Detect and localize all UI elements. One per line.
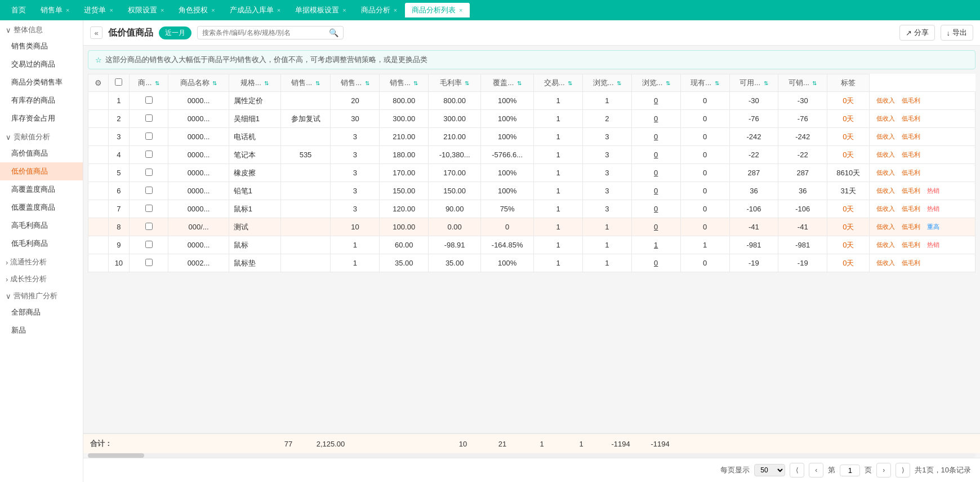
- sidebar-item-low-margin[interactable]: 低毛利商品: [0, 235, 83, 253]
- col-browse2[interactable]: 浏览... ⇅: [631, 74, 680, 92]
- sidebar-item-category-sales-rate[interactable]: 商品分类销售率: [0, 73, 83, 91]
- nav-close-product-analysis[interactable]: ×: [394, 7, 397, 14]
- share-button[interactable]: ↗ 分享: [899, 25, 935, 41]
- collapse-sidebar-button[interactable]: «: [90, 26, 103, 39]
- col-s3[interactable]: 销售... ⇅: [380, 74, 429, 92]
- row-checkbox-cell[interactable]: [130, 146, 168, 164]
- nav-inventory[interactable]: 产成品入库单 ×: [223, 3, 287, 17]
- nav-home[interactable]: 首页: [5, 3, 33, 17]
- col-trade[interactable]: 交易... ⇅: [534, 74, 583, 92]
- browse-link[interactable]: 0: [654, 96, 658, 105]
- row-browse1[interactable]: 0: [631, 164, 680, 182]
- row-select-checkbox[interactable]: [145, 241, 153, 248]
- nav-product-analysis[interactable]: 商品分析 ×: [354, 3, 404, 17]
- col-code[interactable]: 商... ⇅: [130, 74, 168, 92]
- sidebar-item-traded-products[interactable]: 交易过的商品: [0, 55, 83, 73]
- browse-link[interactable]: 1: [654, 241, 658, 249]
- select-all-checkbox[interactable]: [115, 78, 122, 86]
- settings-icon[interactable]: ⚙: [95, 78, 102, 87]
- scrollbar-thumb[interactable]: [88, 453, 144, 458]
- row-select-checkbox[interactable]: [145, 205, 153, 212]
- sidebar-item-sales-products[interactable]: 销售类商品: [0, 37, 83, 55]
- row-checkbox-cell[interactable]: [130, 110, 168, 128]
- row-checkbox-cell[interactable]: [130, 92, 168, 110]
- nav-product-analysis-list[interactable]: 商品分析列表 ×: [405, 3, 469, 17]
- sidebar-group-liquidity[interactable]: › 流通性分析: [0, 253, 83, 269]
- nav-close-sales[interactable]: ×: [66, 7, 69, 14]
- page-number-input[interactable]: [840, 465, 860, 476]
- sidebar-item-low-coverage[interactable]: 低覆盖度商品: [0, 198, 83, 216]
- nav-template[interactable]: 单据模板设置 ×: [288, 3, 353, 17]
- row-checkbox-cell[interactable]: [130, 200, 168, 218]
- row-select-checkbox[interactable]: [145, 187, 153, 194]
- sidebar-item-new-products[interactable]: 新品: [0, 321, 83, 339]
- row-select-checkbox[interactable]: [145, 223, 153, 230]
- col-rate[interactable]: 毛利率 ⇅: [429, 74, 481, 92]
- filter-recent-month-button[interactable]: 近一月: [159, 26, 191, 39]
- col-tags[interactable]: 标签: [827, 74, 870, 92]
- browse-link[interactable]: 0: [654, 259, 658, 267]
- row-select-checkbox[interactable]: [145, 169, 153, 176]
- sidebar-group-overall[interactable]: ∨ 整体信息: [0, 20, 83, 37]
- nav-close-product-analysis-list[interactable]: ×: [459, 7, 462, 14]
- nav-close-inventory[interactable]: ×: [277, 7, 280, 14]
- row-select-checkbox[interactable]: [145, 114, 153, 122]
- row-browse1[interactable]: 0: [631, 218, 680, 236]
- row-checkbox-cell[interactable]: [130, 128, 168, 146]
- browse-link[interactable]: 0: [654, 205, 658, 213]
- col-stock1[interactable]: 现有... ⇅: [680, 74, 729, 92]
- nav-close-purchase[interactable]: ×: [109, 7, 113, 14]
- row-browse1[interactable]: 0: [631, 110, 680, 128]
- row-checkbox-cell[interactable]: [130, 218, 168, 236]
- sidebar-group-marketing[interactable]: ∨ 营销推广分析: [0, 286, 83, 303]
- table-container[interactable]: ⚙ 商... ⇅ 商品名称 ⇅ 规格... ⇅ 销售... ⇅ 销售... ⇅ …: [88, 74, 975, 433]
- row-browse1[interactable]: 0: [631, 128, 680, 146]
- row-select-checkbox[interactable]: [145, 259, 153, 266]
- export-button[interactable]: ↓ 导出: [941, 25, 974, 41]
- sidebar-item-high-margin[interactable]: 高毛利商品: [0, 216, 83, 235]
- horizontal-scrollbar[interactable]: [88, 453, 975, 458]
- browse-link[interactable]: 0: [654, 187, 658, 195]
- col-browse1[interactable]: 浏览... ⇅: [582, 74, 631, 92]
- browse-link[interactable]: 0: [654, 169, 658, 177]
- prev-page-button[interactable]: ‹: [809, 463, 823, 477]
- sidebar-item-all-products[interactable]: 全部商品: [0, 303, 83, 321]
- row-select-checkbox[interactable]: [145, 96, 153, 104]
- row-checkbox-cell[interactable]: [130, 236, 168, 254]
- row-browse1[interactable]: 0: [631, 182, 680, 200]
- row-browse1[interactable]: 0: [631, 92, 680, 110]
- nav-close-template[interactable]: ×: [342, 7, 346, 14]
- col-s2[interactable]: 销售... ⇅: [331, 74, 380, 92]
- sidebar-group-contribution[interactable]: ∨ 贡献值分析: [0, 127, 83, 144]
- col-checkbox[interactable]: [108, 74, 130, 92]
- browse-link[interactable]: 0: [654, 132, 658, 141]
- sidebar-item-high-value[interactable]: 高价值商品: [0, 144, 83, 162]
- last-page-button[interactable]: ⟩: [896, 463, 910, 477]
- browse-link[interactable]: 0: [654, 151, 658, 159]
- col-spec[interactable]: 规格... ⇅: [229, 74, 280, 92]
- row-checkbox-cell[interactable]: [130, 254, 168, 272]
- nav-sales-order[interactable]: 销售单 ×: [34, 3, 76, 17]
- nav-purchase-order[interactable]: 进货单 ×: [77, 3, 119, 17]
- col-cover[interactable]: 覆盖... ⇅: [481, 74, 534, 92]
- search-icon[interactable]: 🔍: [329, 28, 338, 37]
- page-size-select[interactable]: 20 50 100: [754, 464, 785, 476]
- nav-roles[interactable]: 角色授权 ×: [172, 3, 221, 17]
- row-select-checkbox[interactable]: [145, 132, 153, 140]
- sidebar-item-high-coverage[interactable]: 高覆盖度商品: [0, 180, 83, 198]
- col-stock2[interactable]: 可用... ⇅: [729, 74, 778, 92]
- search-input[interactable]: [202, 29, 326, 37]
- row-browse1[interactable]: 0: [631, 254, 680, 272]
- col-s1[interactable]: 销售... ⇅: [280, 74, 331, 92]
- col-settings[interactable]: ⚙: [88, 74, 109, 92]
- browse-link[interactable]: 0: [654, 223, 658, 231]
- row-browse1[interactable]: 1: [631, 236, 680, 254]
- nav-close-permissions[interactable]: ×: [161, 7, 164, 14]
- sidebar-item-stock-funds[interactable]: 库存资金占用: [0, 109, 83, 127]
- row-checkbox-cell[interactable]: [130, 164, 168, 182]
- nav-permissions[interactable]: 权限设置 ×: [121, 3, 171, 17]
- nav-close-roles[interactable]: ×: [211, 7, 215, 14]
- next-page-button[interactable]: ›: [876, 463, 891, 477]
- row-browse1[interactable]: 0: [631, 146, 680, 164]
- browse-link[interactable]: 0: [654, 114, 658, 123]
